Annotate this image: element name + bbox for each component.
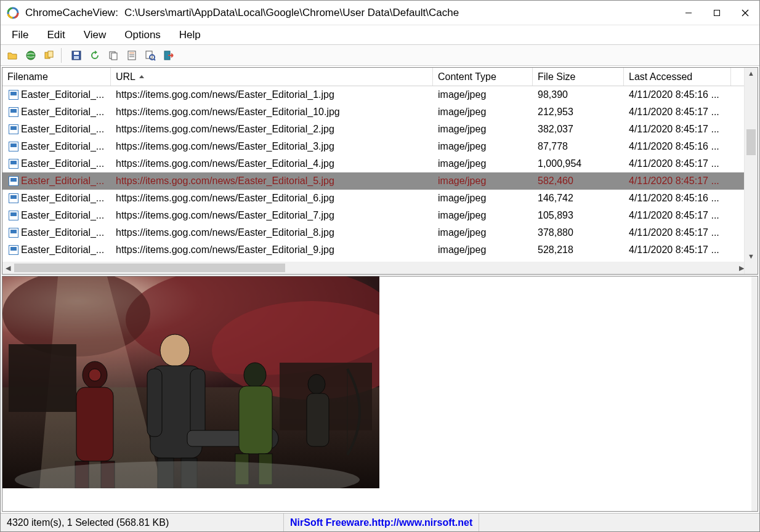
table-row[interactable]: Easter_Editorial_...https://items.gog.co… [2, 121, 744, 138]
app-icon [7, 7, 19, 19]
cell-last_accessed: 4/11/2020 8:45:17 ... [624, 158, 731, 169]
cell-url: https://items.gog.com/news/Easter_Editor… [111, 244, 433, 256]
scroll-thumb-v[interactable] [746, 129, 756, 155]
scroll-down-icon[interactable]: ▼ [745, 251, 758, 262]
credit-link[interactable]: http://www.nirsoft.net [371, 517, 472, 528]
menu-help[interactable]: Help [172, 26, 208, 44]
table-row[interactable]: Easter_Editorial_...https://items.gog.co… [2, 190, 744, 207]
svg-rect-15 [111, 53, 117, 60]
minimize-button[interactable] [674, 1, 703, 25]
svg-rect-12 [74, 52, 79, 55]
cell-last_accessed: 4/11/2020 8:45:16 ... [624, 141, 731, 152]
cell-url: https://items.gog.com/news/Easter_Editor… [111, 210, 433, 221]
cell-content_type: image/jpeg [433, 141, 533, 152]
properties-icon[interactable] [124, 47, 140, 63]
column-header-last_accessed[interactable]: Last Accessed [624, 68, 731, 86]
image-file-icon [9, 159, 18, 169]
cell-url: https://items.gog.com/news/Easter_Editor… [111, 158, 433, 169]
image-file-icon [9, 211, 18, 220]
cell-file_size: 212,953 [533, 107, 624, 118]
table-row[interactable]: Easter_Editorial_...https://items.gog.co… [2, 103, 744, 121]
column-header-filename[interactable]: Filename [2, 68, 111, 86]
cell-file_size: 378,880 [533, 227, 624, 238]
copy-icon[interactable] [105, 47, 121, 63]
find-icon[interactable] [142, 47, 158, 63]
table-row[interactable]: Easter_Editorial_...https://items.gog.co… [2, 155, 744, 172]
menu-options[interactable]: Options [117, 26, 168, 44]
cell-url: https://items.gog.com/news/Easter_Editor… [111, 124, 433, 135]
window-path: C:\Users\marti\AppData\Local\Google\Chro… [118, 7, 459, 19]
open-folder-icon[interactable] [4, 47, 20, 63]
preview-scrollbar[interactable] [751, 276, 758, 511]
close-button[interactable] [731, 1, 759, 25]
table-row[interactable]: Easter_Editorial_...https://items.gog.co… [2, 241, 744, 259]
cell-content_type: image/jpeg [433, 210, 533, 221]
vertical-scrollbar[interactable]: ▲ ▼ [744, 68, 758, 274]
list-body: Easter_Editorial_...https://items.gog.co… [2, 86, 744, 259]
image-file-icon [9, 228, 18, 238]
cell-content_type: image/jpeg [433, 107, 533, 118]
cell-last_accessed: 4/11/2020 8:45:17 ... [624, 107, 731, 118]
cell-url: https://items.gog.com/news/Easter_Editor… [111, 141, 433, 152]
svg-rect-40 [190, 369, 205, 437]
image-file-icon [9, 176, 18, 186]
image-file-icon [9, 107, 18, 117]
credit-text: NirSoft Freeware. [290, 517, 371, 528]
status-bar: 4320 item(s), 1 Selected (568.81 KB) Nir… [1, 513, 759, 531]
cell-file_size: 582,460 [533, 175, 624, 187]
exit-icon[interactable] [161, 47, 177, 63]
table-row[interactable]: Easter_Editorial_...https://items.gog.co… [2, 86, 744, 103]
menu-edit[interactable]: Edit [39, 26, 72, 44]
image-file-icon [9, 124, 18, 134]
cell-filename: Easter_Editorial_... [2, 89, 111, 100]
cell-last_accessed: 4/11/2020 8:45:16 ... [624, 193, 731, 204]
svg-point-49 [308, 374, 325, 394]
svg-point-36 [89, 369, 101, 381]
scroll-thumb[interactable] [14, 264, 285, 272]
web-icon[interactable] [23, 47, 39, 63]
cell-filename: Easter_Editorial_... [2, 227, 111, 238]
cell-filename: Easter_Editorial_... [2, 244, 111, 256]
cell-last_accessed: 4/11/2020 8:45:17 ... [624, 227, 731, 238]
cell-filename: Easter_Editorial_... [2, 124, 111, 135]
cell-filename: Easter_Editorial_... [2, 210, 111, 221]
cell-url: https://items.gog.com/news/Easter_Editor… [111, 175, 433, 187]
cell-last_accessed: 4/11/2020 8:45:17 ... [624, 210, 731, 221]
preview-pane [2, 276, 758, 512]
table-row[interactable]: Easter_Editorial_...https://items.gog.co… [2, 224, 744, 241]
status-count: 4320 item(s), 1 Selected (568.81 KB) [1, 514, 284, 531]
copy-path-icon[interactable] [41, 47, 57, 63]
column-header-file_size[interactable]: File Size [533, 68, 624, 86]
cell-last_accessed: 4/11/2020 8:45:17 ... [624, 124, 731, 135]
column-header-content_type[interactable]: Content Type [433, 68, 533, 86]
column-header-url[interactable]: URL [111, 68, 433, 86]
svg-point-37 [160, 334, 190, 366]
table-row[interactable]: Easter_Editorial_...https://items.gog.co… [2, 138, 744, 155]
horizontal-scrollbar[interactable]: ◀ ▶ [2, 262, 744, 274]
scroll-up-icon[interactable]: ▲ [745, 68, 758, 79]
save-icon[interactable] [68, 47, 84, 63]
table-row[interactable]: Easter_Editorial_...https://items.gog.co… [2, 207, 744, 224]
cell-file_size: 1,000,954 [533, 158, 624, 169]
svg-rect-30 [9, 344, 76, 412]
app-title: ChromeCacheView: [25, 7, 118, 19]
image-file-icon [9, 90, 18, 100]
svg-rect-50 [307, 393, 329, 446]
menu-file[interactable]: File [4, 26, 36, 44]
image-file-icon [9, 245, 18, 255]
status-credit: NirSoft Freeware. http://www.nirsoft.net [284, 514, 479, 531]
scroll-right-icon[interactable]: ▶ [736, 262, 744, 273]
cell-url: https://items.gog.com/news/Easter_Editor… [111, 107, 433, 118]
cell-content_type: image/jpeg [433, 89, 533, 100]
separator-icon [61, 48, 65, 63]
svg-line-22 [154, 58, 156, 60]
scroll-left-icon[interactable]: ◀ [2, 262, 14, 273]
maximize-button[interactable] [703, 1, 731, 25]
list-view: FilenameURLContent TypeFile SizeLast Acc… [2, 67, 758, 275]
refresh-icon[interactable] [87, 47, 103, 63]
menu-view[interactable]: View [76, 26, 114, 44]
cell-content_type: image/jpeg [433, 158, 533, 169]
column-header-row: FilenameURLContent TypeFile SizeLast Acc… [2, 68, 744, 86]
table-row[interactable]: Easter_Editorial_...https://items.gog.co… [2, 172, 744, 190]
cell-url: https://items.gog.com/news/Easter_Editor… [111, 89, 433, 100]
